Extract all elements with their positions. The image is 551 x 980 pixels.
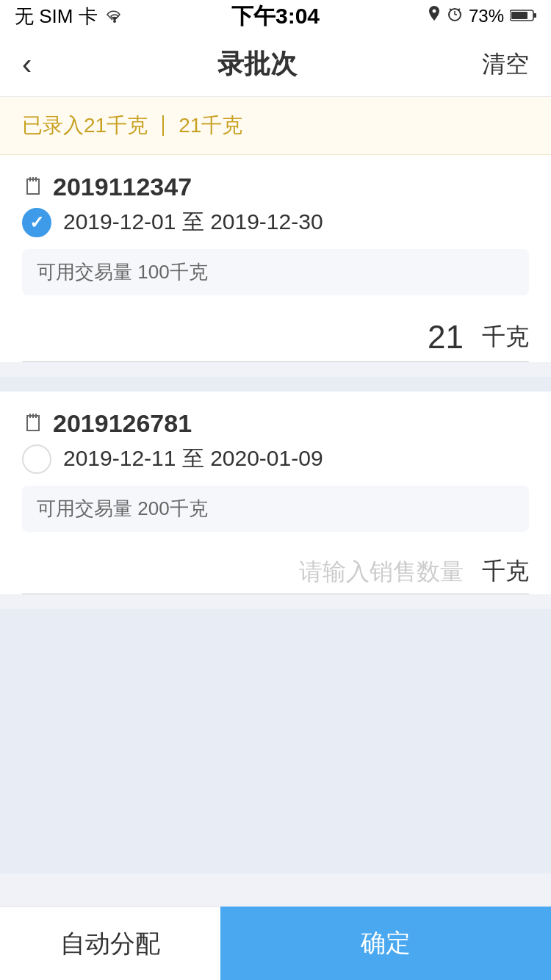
batch-1-available: 可用交易量 100千克 [22,249,529,295]
back-button[interactable]: ‹ [22,48,32,81]
location-icon [428,6,441,26]
batch-1-checkbox[interactable] [22,208,51,237]
batch-2-unit: 千克 [482,555,529,588]
page-wrapper: 无 SIM 卡 下午3:04 [0,0,551,980]
alarm-icon [447,6,463,26]
bottom-buttons: 自动分配 确定 [0,907,551,980]
info-bar: 已录入21千克 21千克 [0,97,551,155]
confirm-button[interactable]: 确定 [220,907,551,980]
status-time: 下午3:04 [231,1,320,32]
info-divider [162,115,164,136]
card-separator-1 [0,377,551,392]
batch-2-id: 2019126781 [53,409,192,438]
batch-1-unit: 千克 [482,321,529,353]
battery-text: 73% [469,6,504,26]
svg-rect-7 [533,13,536,18]
batch-2-underline [22,594,529,594]
status-left: 无 SIM 卡 [15,4,126,29]
batch-1-icon: 🗒 [22,173,46,201]
batch-2-date: 2019-12-11 至 2020-01-09 [63,444,323,474]
batch-1-date: 2019-12-01 至 2019-12-30 [63,207,323,237]
batch-1-underline [22,361,529,362]
bottom-empty-area [0,609,551,873]
status-right: 73% [428,6,536,26]
wifi-icon [104,5,126,28]
svg-point-0 [113,20,116,23]
batch-2-amount-row: 千克 [0,544,551,588]
clear-button[interactable]: 清空 [482,48,529,81]
batch-2-amount-input[interactable] [254,558,475,586]
batch-2-icon: 🗒 [22,410,46,437]
batch-2-header: 🗒 2019126781 [0,392,551,444]
batch-1-amount-row: 千克 [0,307,551,356]
content-area: 已录入21千克 21千克 🗒 2019112347 2019-12-01 至 2… [0,97,551,980]
recorded-amount-label: 已录入21千克 [22,112,148,140]
status-bar: 无 SIM 卡 下午3:04 [0,0,551,32]
recorded-amount-value: 21千克 [179,112,242,140]
page-title: 录批次 [217,46,297,82]
battery-icon [510,6,536,26]
nav-bar: ‹ 录批次 清空 [0,32,551,97]
batch-2-checkbox[interactable] [22,444,51,474]
batch-1-amount-input[interactable] [328,319,475,356]
batch-card-1: 🗒 2019112347 2019-12-01 至 2019-12-30 可用交… [0,155,551,362]
svg-rect-8 [511,12,527,19]
batch-2-available: 可用交易量 200千克 [22,486,529,532]
batch-1-header: 🗒 2019112347 [0,155,551,207]
batch-card-2: 🗒 2019126781 2019-12-11 至 2020-01-09 可用交… [0,392,551,594]
batch-2-date-row: 2019-12-11 至 2020-01-09 [0,444,551,486]
batch-1-date-row: 2019-12-01 至 2019-12-30 [0,207,551,249]
batch-1-id: 2019112347 [53,173,192,201]
carrier-text: 无 SIM 卡 [15,4,98,29]
auto-distribute-button[interactable]: 自动分配 [0,907,220,980]
